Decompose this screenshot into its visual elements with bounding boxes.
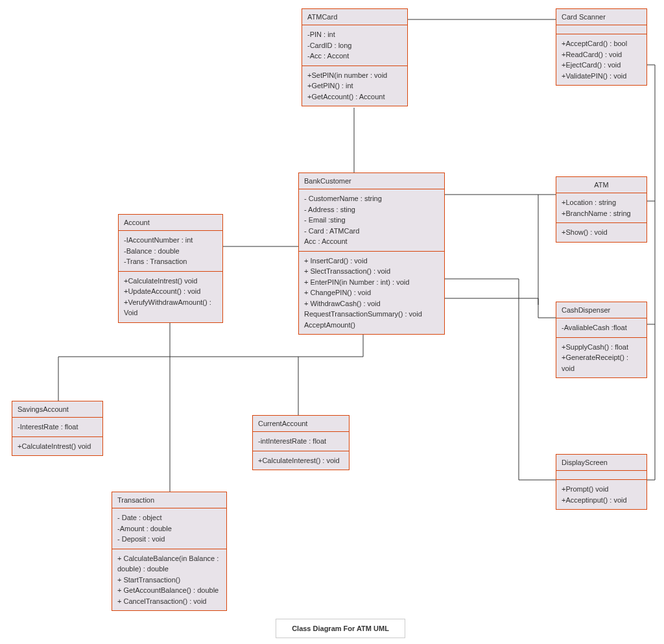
class-savingsaccount[interactable]: SavingsAccount -InterestRate : float +Ca… (12, 401, 103, 456)
diagram-caption: Class Diagram For ATM UML (276, 619, 405, 638)
class-operations: +CalculateInterest() : void (253, 451, 349, 470)
class-title: Account (119, 215, 222, 231)
class-title: BankCustomer (299, 173, 444, 189)
class-operations: +SetPIN(in number : void+GetPIN() : int+… (302, 66, 407, 106)
class-title: ATM (556, 177, 646, 193)
class-cashdispenser[interactable]: CashDispenser -AvaliableCash :float +Sup… (556, 302, 647, 378)
class-operations: +AcceptCard() : bool+ReadCard() : void+E… (556, 34, 646, 85)
class-attributes: -intInterestRate : float (253, 432, 349, 451)
class-title: Transaction (112, 492, 226, 508)
class-operations: + InsertCard() : void+ SlectTranssaction… (299, 252, 444, 335)
class-operations: + CalculateBalance(in Balance : double) … (112, 549, 226, 611)
class-account[interactable]: Account -IAccountNumber : int-Balance : … (118, 214, 223, 323)
class-attributes: +Location : string+BranchName : string (556, 193, 646, 223)
class-attributes: - Date : object-Amount : double- Deposit… (112, 508, 226, 549)
class-atm[interactable]: ATM +Location : string+BranchName : stri… (556, 176, 647, 243)
class-attributes: -AvaliableCash :float (556, 318, 646, 338)
class-attributes (556, 471, 646, 480)
class-title: CurrentAccount (253, 416, 349, 432)
class-title: Card Scanner (556, 9, 646, 25)
class-displayscreen[interactable]: DisplayScreen +Prompt() void+Acceptinput… (556, 454, 647, 510)
class-operations: +CalculateIntrest() void+UpdateAccount()… (119, 272, 222, 322)
class-attributes: -InterestRate : float (12, 418, 102, 437)
class-cardscanner[interactable]: Card Scanner +AcceptCard() : bool+ReadCa… (556, 8, 647, 86)
class-attributes: -PIN : int-CardID : long-Acc : Accont (302, 25, 407, 66)
class-operations: +Show() : void (556, 223, 646, 242)
class-attributes: - CustomerName : string- Address : sting… (299, 189, 444, 252)
class-title: CashDispenser (556, 302, 646, 318)
class-bankcustomer[interactable]: BankCustomer - CustomerName : string- Ad… (298, 173, 445, 335)
class-atmcard[interactable]: ATMCard -PIN : int-CardID : long-Acc : A… (302, 8, 408, 106)
class-currentaccount[interactable]: CurrentAccount -intInterestRate : float … (252, 415, 350, 470)
class-attributes: -IAccountNumber : int-Balance : double-T… (119, 231, 222, 272)
diagram-canvas: ATMCard -PIN : int-CardID : long-Acc : A… (0, 0, 664, 644)
class-attributes (556, 25, 646, 34)
class-transaction[interactable]: Transaction - Date : object-Amount : dou… (112, 492, 227, 611)
class-operations: +SupplyCash() : float+GenerateReceipt() … (556, 338, 646, 378)
class-title: SavingsAccount (12, 401, 102, 418)
class-operations: +Prompt() void+Acceptinput() : void (556, 480, 646, 509)
class-title: ATMCard (302, 9, 407, 25)
class-title: DisplayScreen (556, 455, 646, 471)
class-operations: +CalculateIntrest() void (12, 437, 102, 456)
